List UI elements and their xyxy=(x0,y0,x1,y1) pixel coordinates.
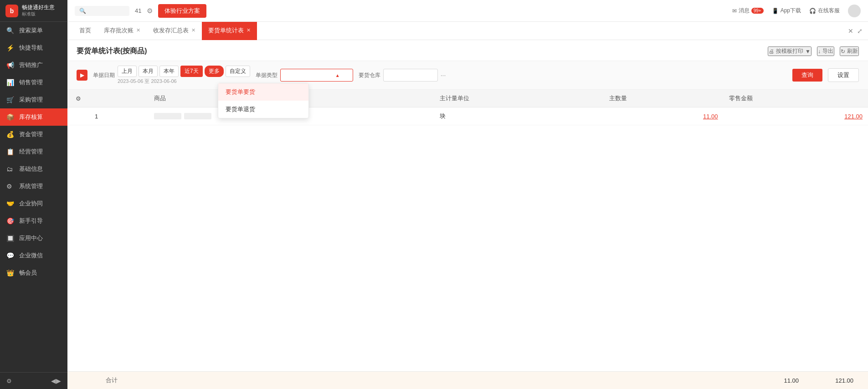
expand-button[interactable]: ⤢ xyxy=(857,27,863,35)
type-select-value xyxy=(284,72,290,79)
printer-icon: 🖨 xyxy=(769,48,774,55)
warehouse-filter-group: 要货仓库 ··· xyxy=(359,69,446,82)
trial-button[interactable]: 体验行业方案 xyxy=(158,4,206,18)
settings-button[interactable]: 设置 xyxy=(828,68,859,82)
custom-date-btn[interactable]: 自定义 xyxy=(226,66,250,77)
user-avatar[interactable] xyxy=(848,5,861,17)
export-button[interactable]: ↓ 导出 xyxy=(817,46,834,56)
tab-close-order_stats[interactable]: ✕ xyxy=(247,27,251,33)
print-button[interactable]: 🖨 按模板打印 ▼ xyxy=(768,46,812,56)
tab-order_stats[interactable]: 要货单统计表✕ xyxy=(202,22,257,40)
table-footer: 合计 11.00 121.00 xyxy=(67,371,868,389)
table-row: 1 块 11.00 121.00 xyxy=(67,107,868,125)
wechat-icon: 💬 xyxy=(6,252,15,259)
tab-label-home: 首页 xyxy=(79,26,91,35)
sidebar-item-system[interactable]: ⚙系统管理 xyxy=(0,178,67,195)
refresh-button[interactable]: ↻ 刷新 xyxy=(840,46,859,56)
dropdown-item-order-goods[interactable]: 要货单要货 xyxy=(218,83,308,101)
messages-button[interactable]: ✉ 消息 99+ xyxy=(732,7,764,15)
sidebar: b 畅捷通好生意 标准版 🔍搜索菜单⚡快捷导航📢营销推广📊销售管理🛒采购管理📦库… xyxy=(0,0,67,389)
sidebar-item-sales[interactable]: 📊销售管理 xyxy=(0,74,67,91)
page-title: 要货单统计表(按商品) xyxy=(77,46,147,56)
sidebar-item-member[interactable]: 👑畅会员 xyxy=(0,264,67,282)
sidebar-label-wechat: 企业微信 xyxy=(19,251,43,260)
topbar-gear-icon[interactable]: ⚙ xyxy=(147,7,153,15)
online-service-button[interactable]: 🎧 在线客服 xyxy=(809,7,840,15)
th-qty: 主数量 xyxy=(604,90,724,107)
headset-icon: 🎧 xyxy=(809,8,816,14)
member-icon: 👑 xyxy=(6,269,15,276)
sidebar-footer: ⚙ ◀▶ xyxy=(0,372,67,389)
dropdown-item-order-return[interactable]: 要货单退货 xyxy=(218,101,308,118)
footer-qty: 11.00 xyxy=(753,377,808,384)
td-seq: 1 xyxy=(89,107,149,125)
sidebar-item-collab[interactable]: 🤝企业协同 xyxy=(0,195,67,212)
sidebar-item-wechat[interactable]: 💬企业微信 xyxy=(0,247,67,264)
sidebar-item-finance[interactable]: 💰资金管理 xyxy=(0,126,67,143)
type-select-arrow: ▲ xyxy=(335,73,340,78)
marketing-icon: 📢 xyxy=(6,61,15,69)
tab-label-receive_summary: 收发存汇总表 xyxy=(153,26,189,35)
query-button[interactable]: 查询 xyxy=(792,69,822,82)
apps-icon: 🔲 xyxy=(6,235,15,242)
type-dropdown: 要货单要货 要货单退货 xyxy=(218,83,309,118)
logo-text: 畅捷通好生意 标准版 xyxy=(22,4,55,18)
last-7-days-btn[interactable]: 近7天 xyxy=(180,66,203,77)
quick_nav-icon: ⚡ xyxy=(6,44,15,51)
sidebar-label-purchase: 采购管理 xyxy=(19,96,43,104)
topbar-search-area: 🔍 xyxy=(75,6,129,16)
warehouse-filter-label: 要货仓库 xyxy=(359,72,380,79)
this-month-btn[interactable]: 本月 xyxy=(139,66,158,77)
purchase-icon: 🛒 xyxy=(6,96,15,103)
operation-icon: 📋 xyxy=(6,148,15,155)
tab-close-inventory_batch[interactable]: ✕ xyxy=(136,27,140,33)
tab-inventory_batch[interactable]: 库存批次账✕ xyxy=(98,22,147,40)
topbar-count: 41 xyxy=(135,7,141,14)
type-filter-label: 单据类型 xyxy=(256,72,277,79)
sidebar-item-inventory[interactable]: 📦库存核算 xyxy=(0,108,67,126)
sidebar-label-member: 畅会员 xyxy=(19,269,37,277)
warehouse-select[interactable] xyxy=(383,69,438,82)
tab-receive_summary[interactable]: 收发存汇总表✕ xyxy=(147,22,202,40)
th-settings: ⚙ xyxy=(67,90,89,107)
filter-toggle-button[interactable]: ▶ xyxy=(77,70,87,81)
sales-icon: 📊 xyxy=(6,79,15,86)
date-filter-label: 单据日期 xyxy=(93,72,115,79)
td-amount[interactable]: 121.00 xyxy=(724,107,868,125)
this-year-btn[interactable]: 本年 xyxy=(159,66,179,77)
tab-label-inventory_batch: 库存批次账 xyxy=(104,26,134,35)
sidebar-item-purchase[interactable]: 🛒采购管理 xyxy=(0,91,67,108)
tab-bar-right: ✕ ⤢ xyxy=(848,27,863,35)
tab-home[interactable]: 首页 xyxy=(73,22,98,40)
sidebar-label-quick_nav: 快捷导航 xyxy=(19,44,43,52)
type-select[interactable]: ▲ xyxy=(280,69,353,82)
page-actions: 🖨 按模板打印 ▼ ↓ 导出 ↻ 刷新 xyxy=(768,46,859,56)
topbar-right: ✉ 消息 99+ 📱 App下载 🎧 在线客服 xyxy=(732,5,861,17)
sidebar-item-search[interactable]: 🔍搜索菜单 xyxy=(0,22,67,39)
sidebar-item-guide[interactable]: 🎯新手引导 xyxy=(0,212,67,230)
settings-icon[interactable]: ⚙ xyxy=(6,378,12,384)
sidebar-label-basic: 基础信息 xyxy=(19,165,43,173)
tab-close-receive_summary[interactable]: ✕ xyxy=(191,27,195,33)
sidebar-label-sales: 销售管理 xyxy=(19,78,43,87)
app-download-button[interactable]: 📱 App下载 xyxy=(772,7,801,15)
basic-icon: 🗂 xyxy=(6,165,15,173)
refresh-icon: ↻ xyxy=(841,48,845,55)
sidebar-item-quick_nav[interactable]: ⚡快捷导航 xyxy=(0,39,67,56)
sidebar-item-marketing[interactable]: 📢营销推广 xyxy=(0,56,67,74)
sidebar-item-operation[interactable]: 📋经营管理 xyxy=(0,143,67,160)
sidebar-item-basic[interactable]: 🗂基础信息 xyxy=(0,160,67,178)
warehouse-more-icon[interactable]: ··· xyxy=(441,72,446,79)
sidebar-collapse-button[interactable]: ◀▶ xyxy=(51,377,61,384)
sidebar-label-operation: 经营管理 xyxy=(19,148,43,156)
product-tag xyxy=(154,113,181,119)
sidebar-label-collab: 企业协同 xyxy=(19,200,43,208)
close-all-tabs-button[interactable]: ✕ xyxy=(848,27,853,35)
last-month-btn[interactable]: 上月 xyxy=(118,66,137,77)
sidebar-label-marketing: 营销推广 xyxy=(19,61,43,69)
td-qty[interactable]: 11.00 xyxy=(604,107,724,125)
sidebar-item-apps[interactable]: 🔲应用中心 xyxy=(0,230,67,247)
footer-amount: 121.00 xyxy=(808,377,863,384)
more-date-btn[interactable]: 更多 xyxy=(205,66,224,77)
inventory-icon: 📦 xyxy=(6,113,15,121)
